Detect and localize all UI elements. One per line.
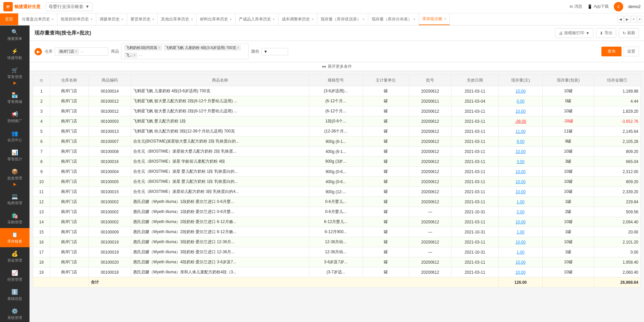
cell-qty-pkg: 3罐 bbox=[542, 157, 594, 167]
cell-qty-main[interactable]: 10.00 bbox=[498, 237, 542, 247]
finance-icon: 💰 bbox=[11, 251, 18, 257]
cell-amount: 665.04 bbox=[594, 157, 641, 167]
cell-qty-main[interactable]: 3.00 bbox=[498, 157, 542, 167]
tab-close-1[interactable]: × bbox=[52, 17, 54, 21]
sidebar-item-retail-stats[interactable]: 📊 零售统计 bbox=[0, 146, 30, 165]
tab-close-5[interactable]: × bbox=[191, 17, 193, 21]
expand-filter-btn[interactable]: ▶ bbox=[35, 48, 42, 55]
tab-close-2[interactable]: × bbox=[91, 17, 93, 21]
color-filter[interactable]: ▼ bbox=[261, 48, 288, 55]
cell-qty-main[interactable]: 1.00 bbox=[498, 197, 542, 207]
logo[interactable]: 好 畅捷通好生意 bbox=[3, 2, 41, 11]
username[interactable]: demo2 bbox=[628, 4, 641, 9]
sidebar-item-quicknav[interactable]: ⚡ 快捷导航 bbox=[0, 45, 30, 64]
tab-6[interactable]: 材料出库单历史 × bbox=[197, 13, 235, 25]
cell-qty-main[interactable]: 10.00 bbox=[498, 257, 542, 267]
col-settings[interactable]: ⚙ bbox=[33, 75, 50, 86]
tab-close-7[interactable]: × bbox=[273, 17, 275, 21]
cell-qty-main[interactable]: 10.00 bbox=[498, 267, 542, 277]
col-unit: 主计量单位 bbox=[363, 75, 409, 86]
color-filter-group: 颜色 ▼ bbox=[251, 48, 288, 55]
cell-qty-main[interactable]: 10.00 bbox=[498, 177, 542, 187]
print-btn[interactable]: 🖨 按模板打印 ▼ bbox=[555, 28, 593, 38]
tab-close-10[interactable]: × bbox=[414, 17, 416, 21]
tab-2[interactable]: 组装拆卸单历史 × bbox=[57, 13, 96, 25]
tab-10[interactable]: 现存量（库存分布表） × bbox=[368, 13, 419, 25]
tab-close-4[interactable]: × bbox=[152, 17, 154, 21]
goods-more[interactable]: ··· bbox=[139, 53, 142, 58]
sidebar-item-wholesale[interactable]: 📦 批发管理 ▶ bbox=[0, 165, 30, 190]
tab-9[interactable]: 现存量（库存状况表） × bbox=[317, 13, 368, 25]
sidebar-item-purchase[interactable]: 🛍️ 采购管理 bbox=[0, 209, 30, 228]
cell-qty-main[interactable]: 11.00 bbox=[498, 126, 542, 137]
tab-8[interactable]: 成本调整单历史 × bbox=[278, 13, 317, 25]
cell-spec: 0-6月婴儿... bbox=[309, 207, 363, 217]
goods-tag-remove-1[interactable]: × bbox=[158, 46, 160, 50]
goods-filter[interactable]: 飞鹤奶粉3段丙筒装 × 飞鹤星飞帆 儿童奶粉 4段(3-6岁适用) 700克 ×… bbox=[121, 44, 249, 59]
export-btn[interactable]: ⬇ 导出 bbox=[596, 28, 616, 38]
tab-close-6[interactable]: × bbox=[230, 17, 232, 21]
query-btn[interactable]: 查询 bbox=[601, 47, 622, 56]
expand-toggle[interactable]: ▾▾ 展开更多条件 bbox=[322, 64, 352, 69]
tab-prev-btn[interactable]: ◀ bbox=[618, 16, 624, 23]
tab-home[interactable]: 首页 bbox=[0, 13, 18, 25]
tab-home-label: 首页 bbox=[5, 16, 13, 22]
message-btn[interactable]: ✉ 消息 bbox=[570, 4, 582, 9]
top-bar: 好 畅捷通好生意 母婴行业演示账套 ▼ ✉ 消息 📱 App下载 E demo2 bbox=[0, 0, 644, 13]
goods-tag-remove-3[interactable]: × bbox=[133, 53, 136, 57]
settings-btn[interactable]: 设置 bbox=[624, 47, 639, 56]
download-btn[interactable]: 📱 App下载 bbox=[587, 4, 609, 9]
org-selector[interactable]: 母婴行业演示账套 ▼ bbox=[46, 2, 93, 11]
tab-bar: 首页 分量盘点单历史 × 组装拆卸单历史 × 调拨单历史 × 要货单历史 × 其… bbox=[0, 13, 644, 25]
tab-close-11[interactable]: × bbox=[444, 17, 446, 21]
tab-1[interactable]: 分量盘点单历史 × bbox=[18, 13, 57, 25]
tab-close-3[interactable]: × bbox=[121, 17, 123, 21]
cell-qty-main[interactable]: 10.00 bbox=[498, 106, 542, 116]
cell-expire: 2021-03-11 bbox=[451, 237, 498, 247]
tab-menu-btn[interactable]: ≡ bbox=[637, 16, 642, 23]
cell-qty-main[interactable]: 0.00 bbox=[498, 96, 542, 106]
cell-no: 16 bbox=[33, 237, 50, 247]
cell-qty-main[interactable]: 2.00 bbox=[498, 207, 542, 217]
tab-close-8[interactable]: × bbox=[312, 17, 314, 21]
cell-qty-main[interactable]: -39.00 bbox=[498, 116, 542, 126]
cell-qty-main[interactable]: 1.00 bbox=[498, 247, 542, 257]
tab-4[interactable]: 要货单历史 × bbox=[127, 13, 158, 25]
avatar: E bbox=[614, 2, 623, 11]
tab-next-btn[interactable]: ▶ bbox=[624, 16, 630, 23]
cell-qty-main[interactable]: 1.00 bbox=[498, 227, 542, 237]
sidebar-item-business[interactable]: 📈 经营管理 bbox=[0, 266, 30, 285]
warehouse-filter[interactable]: 南岸门店 × ··· bbox=[55, 47, 108, 56]
sidebar-item-basic-info[interactable]: ℹ️ 基础信息 bbox=[0, 285, 30, 305]
cell-qty-main[interactable]: 10.00 bbox=[498, 167, 542, 177]
settings-icon[interactable]: ⚙ bbox=[40, 78, 43, 83]
cell-amount: 1,189.88 bbox=[594, 86, 641, 96]
sidebar-item-search[interactable]: 🔍 搜索英单 bbox=[0, 25, 30, 45]
sidebar-item-system[interactable]: ⚙️ 系统管理 bbox=[0, 305, 30, 322]
sidebar-item-ecommerce[interactable]: 💻 电商管理 bbox=[0, 190, 30, 209]
tab-7[interactable]: 产成品入库单历史 × bbox=[235, 13, 278, 25]
sidebar-item-members[interactable]: 👥 会员中心 bbox=[0, 127, 30, 146]
cell-qty-main[interactable]: 10.00 bbox=[498, 86, 542, 96]
goods-tag-remove-2[interactable]: × bbox=[237, 46, 239, 50]
cell-qty-main[interactable]: 9.00 bbox=[498, 137, 542, 147]
tab-close-all-btn[interactable]: × bbox=[631, 16, 636, 23]
cell-no: 8 bbox=[33, 157, 50, 167]
sidebar-item-finance[interactable]: 💰 资金管理 bbox=[0, 247, 30, 266]
warehouse-more[interactable]: ··· bbox=[80, 49, 84, 54]
sidebar-item-inventory[interactable]: 📋 库存核算 bbox=[0, 228, 30, 247]
cell-qty-main[interactable]: 10.00 bbox=[498, 147, 542, 157]
tab-3[interactable]: 调拨单历史 × bbox=[96, 13, 127, 25]
wholesale-icon: 📦 bbox=[11, 168, 18, 175]
sidebar-item-marketing[interactable]: 📢 营销推广 bbox=[0, 108, 30, 127]
refresh-btn[interactable]: ↻ 刷新 bbox=[619, 28, 639, 38]
tab-11[interactable]: 库存批次账 × bbox=[419, 13, 450, 25]
cell-qty-main[interactable]: 10.00 bbox=[498, 217, 542, 227]
tab-close-9[interactable]: × bbox=[363, 17, 365, 21]
sidebar-item-retail-shop[interactable]: 🏪 零售商城 bbox=[0, 89, 30, 108]
cell-warehouse: 南岸门店 bbox=[50, 207, 89, 217]
cell-qty-main[interactable]: 10.00 bbox=[498, 187, 542, 197]
warehouse-tag-remove-1[interactable]: × bbox=[75, 50, 77, 53]
sidebar-item-retail-mgmt[interactable]: 🛒 零售管理 ▶ bbox=[0, 64, 30, 89]
tab-5[interactable]: 其他出库单历史 × bbox=[158, 13, 197, 25]
